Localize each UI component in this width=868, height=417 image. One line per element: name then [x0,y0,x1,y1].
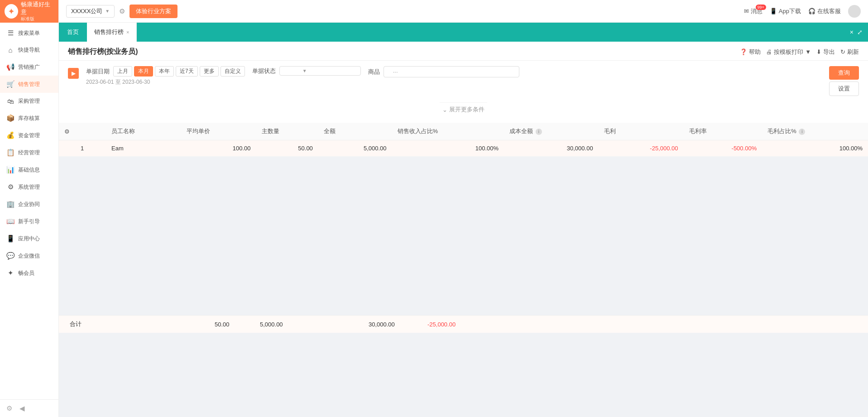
tab-window-expand-icon[interactable]: ⤢ [857,29,863,36]
data-table: ⚙ 员工名称 平均单价 主数量 全额 销售收入占比% 成本全额 i 毛利 [59,123,868,157]
header-right: ✉ 消息 99+ 📱 App下载 🎧 在线客服 [744,5,861,18]
nav-icon-app-center: 📱 [6,235,14,243]
more-btn[interactable]: 更多 [200,66,219,77]
status-select[interactable]: ▼ [279,66,361,76]
nav-label-quick-nav: 快捷导航 [18,46,40,54]
row-avg-price: 100.00 [181,140,256,157]
row-profit-pct: 100.00% [762,140,868,157]
date-shortcuts: 上月 本月 本年 近7天 更多 自定义 [113,66,245,77]
help-button[interactable]: ❓ 帮助 [740,48,761,56]
sidebar-item-purchase[interactable]: 🛍 采购管理 [0,93,58,110]
this-year-btn[interactable]: 本年 [155,66,174,77]
header-settings-icon[interactable]: ⚙ [119,7,125,15]
company-dropdown-icon: ▼ [105,9,110,14]
nav-label-marketing: 营销推广 [18,63,40,71]
tab-bar: 首页 销售排行榜 × × ⤢ [59,23,868,42]
user-avatar[interactable] [848,5,861,18]
nav-icon-purchase: 🛍 [6,97,14,105]
message-button[interactable]: ✉ 消息 99+ [744,7,762,15]
nav-label-wechat: 企业微信 [18,252,40,260]
sidebar-item-marketing[interactable]: 📢 营销推广 [0,58,58,76]
nav-label-inventory: 库存核算 [18,115,40,122]
cost-info-icon[interactable]: i [536,129,542,135]
template-print-label: 按模板打印 [774,48,803,56]
tab-window-close-icon[interactable]: × [850,29,854,36]
sidebar-item-sales[interactable]: 🛒 销售管理 [0,76,58,93]
print-dropdown-icon: ▼ [805,48,811,55]
online-service-label: 在线客服 [817,7,841,15]
row-qty: 50.00 [256,140,318,157]
sidebar-item-enterprise[interactable]: 🏢 企业协同 [0,196,58,213]
goods-filter-group: 商品 ··· [368,66,519,77]
this-month-btn[interactable]: 本月 [134,66,153,77]
sidebar-item-member[interactable]: ✦ 畅会员 [0,264,58,282]
sidebar-item-system[interactable]: ⚙ 系统管理 [0,178,58,196]
filter-toggle-button[interactable]: ▶ [68,68,79,79]
expand-more-button[interactable]: ⌄ 展开更多条件 [440,102,487,116]
date-filter-group: 单据日期 上月 本月 本年 近7天 更多 自定义 2023-06-01 至 20… [86,66,245,86]
header-row: ⚙ 员工名称 平均单价 主数量 全额 销售收入占比% 成本全额 i 毛利 [59,123,868,140]
sidebar-item-finance[interactable]: 💰 资金管理 [0,127,58,144]
nav-label-purchase: 采购管理 [18,97,40,105]
row-rank: 1 [75,140,106,157]
goods-dots: ··· [393,68,398,75]
filter-main-row: ▶ 单据日期 上月 本月 本年 近7天 更多 自定义 [68,66,859,96]
query-button[interactable]: 查询 [829,66,859,80]
sidebar-item-operations[interactable]: 📋 经营管理 [0,144,58,161]
status-dropdown-icon: ▼ [302,68,307,73]
nav-icon-finance: 💰 [6,131,14,139]
col-profit-rate: 毛利率 [684,123,762,140]
sidebar-item-basic-info[interactable]: 📊 基础信息 [0,161,58,178]
company-selector[interactable]: XXXXX公司 ▼ [66,5,115,18]
page-title: 销售排行榜(按业务员) [68,47,138,57]
tab-label: 销售排行榜 [94,28,124,36]
date-range-display: 2023-06-01 至 2023-06-30 [86,78,245,86]
sidebar-settings-icon[interactable]: ⚙ [6,404,12,412]
footer-profit: -25,000.00 [422,321,476,328]
app-download-button[interactable]: 📱 App下载 [770,7,801,15]
table-body: 1 Eam 100.00 50.00 5,000.00 100.00% 30,0… [59,140,868,157]
logo-icon: ✦ [5,4,18,19]
logo-title: 畅康通好生意 [21,1,54,16]
custom-btn[interactable]: 自定义 [221,66,245,77]
tab-sales-ranking[interactable]: 销售排行榜 × [87,23,137,42]
col-profit-pct: 毛利占比% i [762,123,868,140]
nav-label-enterprise: 企业协同 [18,201,40,208]
trial-button[interactable]: 体验行业方案 [129,5,177,18]
col-settings[interactable]: ⚙ [59,123,75,140]
message-icon: ✉ [744,8,749,14]
nav-icon-basic-info: 📊 [6,166,14,174]
main-panel: 销售排行榜(按业务员) ❓ 帮助 🖨 按模板打印 ▼ ⬇ 导出 [59,42,868,157]
sidebar-item-guide[interactable]: 📖 新手引导 [0,213,58,230]
goods-select[interactable]: ··· [384,66,519,77]
sidebar-collapse-icon[interactable]: ◀ [19,404,25,412]
last-7-days-btn[interactable]: 近7天 [176,66,198,77]
export-button[interactable]: ⬇ 导出 [816,48,835,56]
footer-total-label: 合计 [70,321,82,327]
sidebar-item-wechat[interactable]: 💬 企业微信 [0,247,58,264]
sidebar-item-quick-nav[interactable]: ⌂ 快捷导航 [0,42,58,58]
nav-label-guide: 新手引导 [18,218,40,225]
sidebar-item-app-center[interactable]: 📱 应用中心 [0,230,58,247]
sidebar-item-inventory[interactable]: 📦 库存核算 [0,110,58,127]
online-service-button[interactable]: 🎧 在线客服 [808,7,841,15]
nav-icon-search-order: ☰ [6,29,14,37]
tab-home[interactable]: 首页 [59,23,87,42]
nav-label-search-order: 搜索菜单 [18,29,40,37]
logo-area: ✦ 畅康通好生意 标准版 [0,0,58,23]
refresh-button[interactable]: ↻ 刷新 [840,48,859,56]
top-header: XXXXX公司 ▼ ⚙ 体验行业方案 ✉ 消息 99+ 📱 App下载 🎧 在线… [59,0,868,23]
template-print-button[interactable]: 🖨 按模板打印 ▼ [766,48,811,56]
sidebar-item-search-order[interactable]: ☰ 搜索菜单 [0,24,58,42]
filter-section: ▶ 单据日期 上月 本月 本年 近7天 更多 自定义 [59,61,868,122]
table-area: ⚙ 员工名称 平均单价 主数量 全额 销售收入占比% 成本全额 i 毛利 [59,123,868,157]
tab-close-icon[interactable]: × [126,29,129,35]
row-sales-pct: 100.00% [392,140,504,157]
row-profit-rate: -500.00% [684,140,762,157]
logo-subtitle: 标准版 [21,16,54,22]
nav-icon-marketing: 📢 [6,63,14,71]
last-month-btn[interactable]: 上月 [113,66,132,77]
filter-actions: 查询 设置 [829,66,859,96]
profit-pct-info-icon[interactable]: i [799,129,805,135]
settings-button[interactable]: 设置 [829,81,859,96]
